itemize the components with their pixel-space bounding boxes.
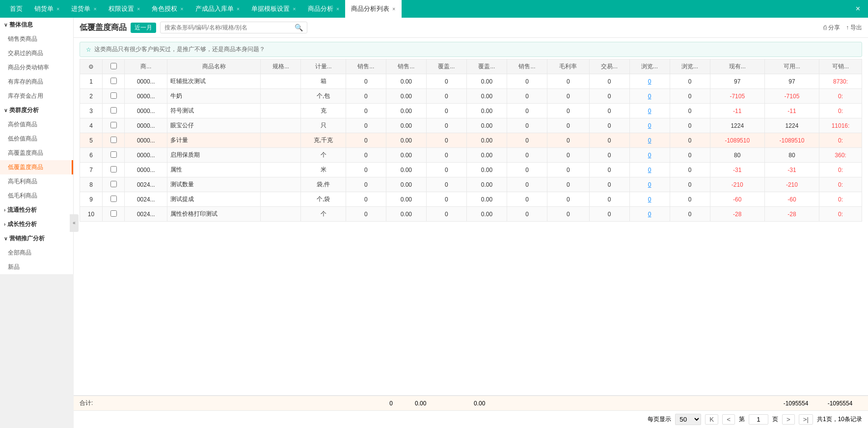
row-browse1[interactable]: 0 bbox=[629, 89, 670, 104]
export-btn[interactable]: ↑ 导出 bbox=[846, 24, 862, 32]
row-check[interactable] bbox=[110, 181, 117, 187]
next-page-btn[interactable]: > bbox=[782, 414, 795, 425]
select-all-checkbox[interactable] bbox=[110, 63, 117, 69]
nav-template-close[interactable]: × bbox=[293, 6, 296, 12]
row-cover2: 0.00 bbox=[466, 148, 507, 163]
browse1-link[interactable]: 0 bbox=[648, 108, 651, 114]
sidebar-item-category-rate[interactable]: 商品分类动销率 bbox=[0, 60, 73, 75]
row-checkbox[interactable] bbox=[103, 104, 125, 118]
sidebar-section-growth[interactable]: › 成长性分析 bbox=[0, 217, 73, 231]
row-check[interactable] bbox=[110, 137, 117, 143]
col-checkbox[interactable] bbox=[103, 59, 125, 74]
row-checkbox[interactable] bbox=[103, 192, 125, 207]
sidebar-item-high-gross[interactable]: 高毛利商品 bbox=[0, 174, 73, 189]
row-browse1[interactable]: 0 bbox=[629, 104, 670, 118]
nav-analysis-list[interactable]: 商品分析列表 × bbox=[345, 0, 401, 18]
row-check[interactable] bbox=[110, 166, 117, 172]
row-browse1[interactable]: 0 bbox=[629, 192, 670, 207]
sidebar-collapse-btn[interactable]: « bbox=[70, 214, 79, 232]
sidebar-item-low-value[interactable]: 低价值商品 bbox=[0, 132, 73, 146]
nav-sales-close[interactable]: × bbox=[56, 6, 59, 12]
row-check[interactable] bbox=[110, 107, 117, 114]
row-browse1[interactable]: 0 bbox=[629, 177, 670, 192]
row-browse1[interactable]: 0 bbox=[629, 148, 670, 163]
nav-permissions-close[interactable]: × bbox=[137, 6, 140, 12]
browse1-link[interactable]: 0 bbox=[648, 181, 651, 188]
sidebar-item-traded-goods[interactable]: 交易过的商品 bbox=[0, 46, 73, 60]
nav-sales[interactable]: 销货单 × bbox=[28, 0, 65, 18]
nav-purchase-close[interactable]: × bbox=[93, 6, 96, 12]
nav-analysis-list-close[interactable]: × bbox=[392, 6, 395, 12]
row-checkbox[interactable] bbox=[103, 163, 125, 177]
page-input[interactable] bbox=[749, 414, 768, 425]
nav-template[interactable]: 单据模板设置 × bbox=[245, 0, 301, 18]
row-checkbox[interactable] bbox=[103, 74, 125, 89]
last-page-btn[interactable]: >| bbox=[799, 414, 813, 425]
sidebar-item-sales-goods[interactable]: 销售类商品 bbox=[0, 32, 73, 46]
row-check[interactable] bbox=[110, 196, 117, 202]
row-checkbox[interactable] bbox=[103, 89, 125, 104]
browse1-link[interactable]: 0 bbox=[648, 78, 651, 85]
time-tag-btn[interactable]: 近一月 bbox=[131, 23, 156, 33]
row-browse1[interactable]: 0 bbox=[629, 74, 670, 89]
nav-roles[interactable]: 角色授权 × bbox=[146, 0, 189, 18]
sidebar-item-high-value[interactable]: 高价值商品 bbox=[0, 117, 73, 132]
nav-products-in[interactable]: 产成品入库单 × bbox=[190, 0, 245, 18]
row-cover1: 0 bbox=[426, 74, 466, 89]
nav-analysis[interactable]: 商品分析 × bbox=[302, 0, 345, 18]
nav-close-all[interactable]: × bbox=[852, 4, 864, 13]
row-browse2: 0 bbox=[670, 89, 710, 104]
share-btn[interactable]: ⎙ 分享 bbox=[823, 24, 840, 32]
nav-products-in-close[interactable]: × bbox=[237, 6, 240, 12]
sidebar-item-all-goods[interactable]: 全部商品 bbox=[0, 246, 73, 260]
sidebar-item-low-gross[interactable]: 低毛利商品 bbox=[0, 189, 73, 203]
sidebar-item-stock-capital[interactable]: 库存资金占用 bbox=[0, 89, 73, 103]
browse1-link[interactable]: 0 bbox=[648, 152, 651, 159]
row-checkbox[interactable] bbox=[103, 148, 125, 163]
sidebar-section-overall[interactable]: ∨ 整体信息 bbox=[0, 18, 73, 32]
nav-permissions[interactable]: 权限设置 × bbox=[103, 0, 146, 18]
row-checkbox[interactable] bbox=[103, 133, 125, 148]
row-check[interactable] bbox=[110, 151, 117, 158]
browse1-link[interactable]: 0 bbox=[648, 196, 651, 203]
per-page-select[interactable]: 50 20 100 200 bbox=[675, 414, 701, 425]
sidebar-section-flow[interactable]: › 流通性分析 bbox=[0, 203, 73, 217]
row-check[interactable] bbox=[110, 78, 117, 84]
row-check[interactable] bbox=[110, 210, 117, 217]
browse1-link[interactable]: 0 bbox=[648, 93, 651, 100]
search-icon[interactable]: 🔍 bbox=[295, 24, 303, 31]
browse1-link[interactable]: 0 bbox=[648, 137, 651, 144]
sidebar-item-new-goods[interactable]: 新品 bbox=[0, 260, 73, 274]
nav-analysis-label: 商品分析 bbox=[308, 4, 333, 13]
prev-page-btn[interactable]: < bbox=[722, 414, 735, 425]
row-check[interactable] bbox=[110, 92, 117, 99]
row-browse1[interactable]: 0 bbox=[629, 207, 670, 222]
sidebar-section-group[interactable]: ∨ 类群度分析 bbox=[0, 103, 73, 117]
row-check[interactable] bbox=[110, 122, 117, 128]
nav-analysis-close[interactable]: × bbox=[336, 6, 339, 12]
browse1-link[interactable]: 0 bbox=[648, 211, 651, 218]
nav-purchase[interactable]: 进货单 × bbox=[65, 0, 102, 18]
row-browse1[interactable]: 0 bbox=[629, 133, 670, 148]
row-browse1[interactable]: 0 bbox=[629, 118, 670, 133]
table-row: 9 0024... 测试提成 个,袋 0 0.00 0 0.00 0 0 0 0… bbox=[80, 192, 862, 207]
sidebar-item-low-cover[interactable]: 低覆盖度商品 bbox=[0, 160, 73, 174]
sidebar-item-stock-goods[interactable]: 有库存的商品 bbox=[0, 75, 73, 89]
nav-roles-close[interactable]: × bbox=[180, 6, 183, 12]
row-browse1[interactable]: 0 bbox=[629, 163, 670, 177]
sidebar-section-marketing[interactable]: ∨ 营销推广分析 bbox=[0, 231, 73, 246]
browse1-link[interactable]: 0 bbox=[648, 167, 651, 173]
row-cover2: 0.00 bbox=[466, 133, 507, 148]
search-input[interactable] bbox=[164, 24, 293, 31]
sidebar-item-high-cover[interactable]: 高覆盖度商品 bbox=[0, 146, 73, 160]
browse1-link[interactable]: 0 bbox=[648, 122, 651, 129]
first-page-btn[interactable]: K bbox=[705, 414, 718, 425]
row-checkbox[interactable] bbox=[103, 118, 125, 133]
col-settings[interactable]: ⚙ bbox=[80, 59, 103, 74]
row-current: 97 bbox=[710, 74, 764, 89]
row-num: 7 bbox=[80, 163, 103, 177]
row-checkbox[interactable] bbox=[103, 177, 125, 192]
nav-home[interactable]: 首页 bbox=[4, 0, 28, 18]
row-spec bbox=[261, 118, 301, 133]
row-checkbox[interactable] bbox=[103, 207, 125, 222]
